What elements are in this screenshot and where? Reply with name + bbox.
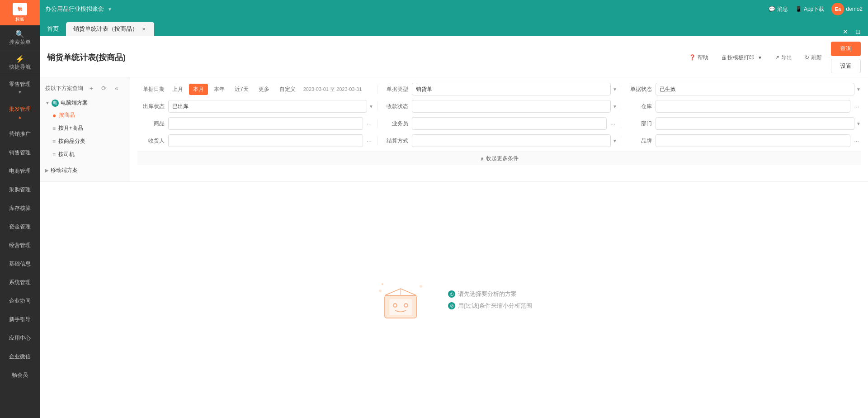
tab-sales-report[interactable]: 销货单统计表（按商品） ✕ <box>66 22 154 36</box>
doc-type-dropdown-icon[interactable]: ▼ <box>613 87 617 92</box>
date-tabs: 上月 本月 本年 近7天 更多 自定义 2023-03-01 至 2023-03… <box>168 84 373 95</box>
receipt-status-dropdown-icon[interactable]: ▼ <box>613 104 617 109</box>
scheme-collapse-icon[interactable]: « <box>112 84 121 93</box>
date-tab-more[interactable]: 更多 <box>255 84 274 95</box>
department-control: ▼ <box>656 117 861 130</box>
doc-status-dropdown-icon[interactable]: ▼ <box>856 87 861 92</box>
date-tab-last-month[interactable]: 上月 <box>168 84 187 95</box>
department-dropdown-icon[interactable]: ▼ <box>856 121 861 126</box>
salesperson-input[interactable] <box>412 117 607 130</box>
date-tab-7days[interactable]: 近7天 <box>231 84 253 95</box>
salesperson-dots[interactable]: ··· <box>610 120 615 127</box>
svg-point-8 <box>420 285 422 288</box>
scheme-add-icon[interactable]: + <box>87 84 96 93</box>
sidebar-item-finance[interactable]: 资金管理 <box>0 218 40 236</box>
scheme-group-mobile-header[interactable]: ▶ 移动端方案 <box>40 165 130 176</box>
collapse-arrow-icon: ∧ <box>480 156 484 162</box>
refresh-button[interactable]: ↻ 刷新 <box>801 52 826 63</box>
sidebar-quicknav[interactable]: ⚡ 快捷导航 <box>0 51 40 75</box>
sidebar-item-enterprise[interactable]: 企业协同 <box>0 292 40 310</box>
sidebar-item-sales[interactable]: 销售管理 <box>0 143 40 162</box>
doc-type-input[interactable] <box>412 83 611 95</box>
product-dots[interactable]: ··· <box>367 120 372 127</box>
sidebar-item-purchase[interactable]: 采购管理 <box>0 180 40 199</box>
out-status-dropdown-icon[interactable]: ▼ <box>369 104 373 109</box>
app-download-button[interactable]: 📱 App下载 <box>795 5 824 13</box>
tab-home[interactable]: 首页 <box>40 22 66 36</box>
date-tab-this-year[interactable]: 本年 <box>210 84 229 95</box>
sidebar-item-appstore[interactable]: 应用中心 <box>0 329 40 347</box>
collapse-label: 收起更多条件 <box>486 155 519 162</box>
template-print-button[interactable]: 🖨 按模板打印 ▼ <box>717 52 766 63</box>
payment-dropdown-icon[interactable]: ▼ <box>613 138 617 143</box>
scheme-group-desktop-header[interactable]: ▼ 电 电脑端方案 <box>40 97 130 109</box>
recipient-dots[interactable]: ··· <box>367 138 372 144</box>
recipient-input[interactable] <box>168 134 363 147</box>
newbie-label: 新手引导 <box>9 316 31 323</box>
department-input[interactable] <box>656 117 854 130</box>
sidebar-item-ecommerce[interactable]: 电商管理 <box>0 162 40 180</box>
sidebar-item-member[interactable]: 畅会员 <box>0 366 40 385</box>
print-icon: 🖨 <box>721 54 726 61</box>
sidebar: 畅 标账 🔍 搜索菜单 ⚡ 快捷导航 零售管理 ▼ 批发管理 ▲ 营销推广 销售… <box>0 0 40 418</box>
date-tab-custom[interactable]: 自定义 <box>275 84 300 95</box>
content-area: 销货单统计表(按商品) ❓ 帮助 🖨 按模板打印 ▼ ↗ 导出 ↻ 刷新 <box>40 36 868 418</box>
refresh-icon: ↻ <box>805 54 809 61</box>
scheme-item-by-category[interactable]: ≡ 按商品分类 <box>40 135 130 148</box>
by-clerk-label: 按司机 <box>58 151 75 158</box>
messages-label: 消息 <box>777 5 788 13</box>
tab-close-icon[interactable]: ✕ <box>141 26 147 32</box>
sidebar-item-newbie[interactable]: 新手引导 <box>0 310 40 329</box>
filter-payment-item: 结算方式 ▼ <box>381 134 617 147</box>
warehouse-input[interactable] <box>656 100 850 113</box>
brand-input[interactable] <box>656 134 850 147</box>
doc-status-input[interactable] <box>656 83 854 95</box>
date-tab-this-month[interactable]: 本月 <box>189 84 208 95</box>
user-menu[interactable]: Ea demo2 <box>831 3 863 15</box>
setting-button[interactable]: 设置 <box>831 59 861 73</box>
by-product-icon: ● <box>52 112 56 119</box>
receipt-status-input[interactable] <box>412 100 611 113</box>
receipt-status-label: 收款状态 <box>381 103 408 110</box>
wechat-label: 企业微信 <box>9 353 31 361</box>
date-label: 单据日期 <box>137 86 165 93</box>
basic-label: 基础信息 <box>9 260 31 268</box>
department-label: 部门 <box>625 120 652 128</box>
sidebar-item-basic[interactable]: 基础信息 <box>0 255 40 273</box>
brand-dots[interactable]: ··· <box>854 138 859 144</box>
scheme-item-by-month-product[interactable]: ≡ 按月+商品 <box>40 122 130 135</box>
finance-label: 资金管理 <box>9 223 31 231</box>
empty-content: ① 请先选择要分析的方案 ② 用[过滤]条件来缩小分析范围 <box>376 277 532 323</box>
warehouse-dots[interactable]: ··· <box>854 103 859 110</box>
filter-doc-type-item: 单据类型 ▼ <box>381 83 617 95</box>
out-status-label: 出库状态 <box>137 103 165 110</box>
sidebar-search[interactable]: 🔍 搜索菜单 <box>0 25 40 51</box>
sidebar-item-operation[interactable]: 经营管理 <box>0 236 40 255</box>
help-label: 帮助 <box>698 54 708 62</box>
filter-out-status-item: 出库状态 ▼ <box>137 100 373 113</box>
maximize-window-button[interactable]: ⊡ <box>854 27 863 36</box>
scheme-item-by-product[interactable]: ● 按商品 <box>40 109 130 122</box>
export-button[interactable]: ↗ 导出 <box>771 52 796 63</box>
sidebar-logo[interactable]: 畅 标账 <box>0 0 40 25</box>
out-status-control: ▼ <box>168 100 373 113</box>
filter-receipt-status-item: 收款状态 ▼ <box>381 100 617 113</box>
sidebar-item-wechat[interactable]: 企业微信 <box>0 347 40 366</box>
scheme-item-by-clerk[interactable]: ≡ 按司机 <box>40 148 130 161</box>
close-window-button[interactable]: ✕ <box>841 27 850 36</box>
sidebar-item-marketing[interactable]: 营销推广 <box>0 125 40 143</box>
sales-report-tab-label: 销货单统计表（按商品） <box>73 25 138 33</box>
help-button[interactable]: ❓ 帮助 <box>685 52 712 63</box>
sidebar-item-inventory[interactable]: 库存核算 <box>0 199 40 218</box>
payment-input[interactable] <box>412 134 611 147</box>
query-button[interactable]: 查询 <box>831 42 861 56</box>
filter-recipient-item: 收货人 ··· <box>137 134 373 147</box>
collapse-button[interactable]: ∧ 收起更多条件 <box>137 152 861 165</box>
messages-button[interactable]: 💬 消息 <box>769 5 788 13</box>
out-status-input[interactable] <box>168 100 367 113</box>
scheme-refresh-icon[interactable]: ⟳ <box>99 84 108 93</box>
product-input[interactable] <box>168 117 363 130</box>
sidebar-item-retail[interactable]: 零售管理 ▼ <box>0 75 40 100</box>
sidebar-item-wholesale[interactable]: 批发管理 ▲ <box>0 100 40 125</box>
sidebar-item-system[interactable]: 系统管理 <box>0 273 40 292</box>
